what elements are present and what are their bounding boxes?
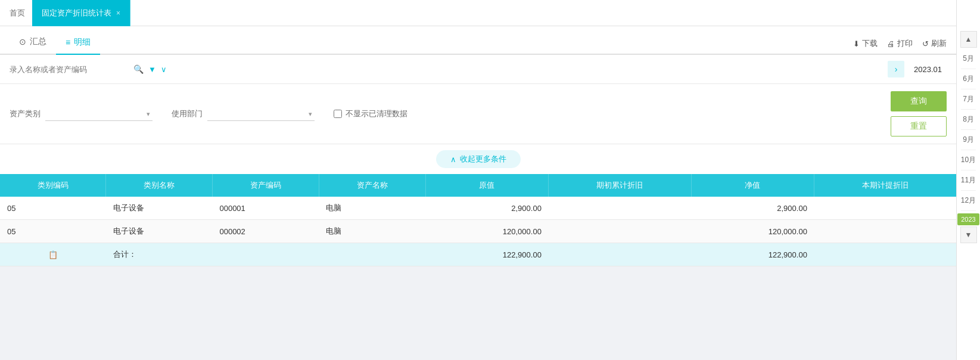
th-original-value: 原值 xyxy=(425,174,549,197)
collapse-btn[interactable]: ∧ 收起更多条件 xyxy=(436,150,521,168)
detail-icon: ≡ xyxy=(66,38,70,47)
nav-arrow-btn[interactable]: › xyxy=(888,61,904,77)
year-badge[interactable]: 2023 xyxy=(957,213,979,225)
dept-select[interactable] xyxy=(207,107,315,121)
sub-tabs: ⊙ 汇总 ≡ 明细 ⬇ 下载 🖨 打印 ↺ 刷新 xyxy=(0,26,956,55)
filter-area: 资产类别 使用部门 不显示已清理数据 xyxy=(0,84,956,144)
download-label: 下载 xyxy=(862,38,878,49)
data-table: 类别编码 类别名称 资产编码 资产名称 原值 期初累计折旧 净值 本期计提折旧 … xyxy=(0,174,956,266)
tab-label: 固定资产折旧统计表 xyxy=(42,8,111,18)
month-item[interactable]: 6月 xyxy=(961,69,976,89)
chevron-down-icon: ∨ xyxy=(161,65,167,74)
refresh-btn[interactable]: ↺ 刷新 xyxy=(922,38,947,49)
dept-label: 使用部门 xyxy=(172,108,203,119)
month-item[interactable]: 12月 xyxy=(961,191,976,211)
month-item[interactable]: 7月 xyxy=(961,89,976,110)
month-item[interactable]: 5月 xyxy=(961,49,976,69)
cell-net-value: 2,900.00 xyxy=(691,197,814,220)
cell-category-code: 05 xyxy=(0,220,106,243)
print-icon: 🖨 xyxy=(887,39,895,48)
th-asset-name: 资产名称 xyxy=(319,174,425,197)
total-net-value: 122,900.00 xyxy=(691,243,814,266)
asset-type-select[interactable] xyxy=(45,107,153,121)
th-current-depreciation: 本期计提折旧 xyxy=(814,174,956,197)
query-btn[interactable]: 查询 xyxy=(891,91,947,111)
th-category-code: 类别编码 xyxy=(0,174,106,197)
collapse-bar: ∧ 收起更多条件 xyxy=(0,144,956,174)
total-row: 📋 合计： 122,900.00 122,900.00 xyxy=(0,243,956,266)
reset-btn[interactable]: 重置 xyxy=(891,116,947,136)
refresh-label: 刷新 xyxy=(931,38,947,49)
cell-current-depreciation xyxy=(814,197,956,220)
th-accum-depreciation: 期初累计折旧 xyxy=(549,174,691,197)
hide-cleared-text: 不显示已清理数据 xyxy=(346,108,407,119)
print-label: 打印 xyxy=(897,38,913,49)
date-label: 2023.01 xyxy=(909,65,947,74)
collapse-icon: ∧ xyxy=(450,155,456,164)
filter-row: 资产类别 使用部门 不显示已清理数据 xyxy=(10,91,947,136)
right-panel: ▲ 5月6月7月8月9月10月11月12月 2023 ▼ xyxy=(956,0,980,266)
th-asset-code: 资产编码 xyxy=(212,174,319,197)
th-net-value: 净值 xyxy=(691,174,814,197)
print-btn[interactable]: 🖨 打印 xyxy=(887,38,913,49)
month-item[interactable]: 10月 xyxy=(961,150,976,170)
download-btn[interactable]: ⬇ 下载 xyxy=(853,38,878,49)
active-tab[interactable]: 固定资产折旧统计表 × xyxy=(32,0,130,26)
cell-current-depreciation xyxy=(814,220,956,243)
total-accum-depreciation xyxy=(549,243,691,266)
cell-original-value: 120,000.00 xyxy=(425,220,549,243)
hide-cleared-checkbox[interactable] xyxy=(334,110,342,118)
refresh-icon: ↺ xyxy=(922,39,929,48)
table-container: 类别编码 类别名称 资产编码 资产名称 原值 期初累计折旧 净值 本期计提折旧 … xyxy=(0,174,956,266)
asset-type-label: 资产类别 xyxy=(10,108,41,119)
search-icon[interactable]: 🔍 xyxy=(133,64,144,74)
total-current-depreciation xyxy=(814,243,956,266)
tab-summary-label: 汇总 xyxy=(30,36,46,47)
tab-detail[interactable]: ≡ 明细 xyxy=(56,31,100,55)
dept-filter: 使用部门 xyxy=(172,107,315,121)
total-label: 合计： xyxy=(106,243,425,266)
table-row: 05 电子设备 000002 电脑 120,000.00 120,000.00 xyxy=(0,220,956,243)
month-list: 5月6月7月8月9月10月11月12月 xyxy=(961,49,976,211)
asset-type-select-wrapper xyxy=(45,107,153,121)
scroll-down-btn[interactable]: ▼ xyxy=(960,226,977,243)
cell-category-code: 05 xyxy=(0,197,106,220)
asset-type-filter: 资产类别 xyxy=(10,107,153,121)
cell-category-name: 电子设备 xyxy=(106,197,213,220)
cell-category-name: 电子设备 xyxy=(106,220,213,243)
hide-cleared-label[interactable]: 不显示已清理数据 xyxy=(334,108,407,119)
cell-accum-depreciation xyxy=(549,220,691,243)
more-filter-btn[interactable]: ▼ ∨ xyxy=(148,65,167,74)
collapse-label: 收起更多条件 xyxy=(460,154,506,165)
search-input[interactable] xyxy=(10,65,129,74)
month-item[interactable]: 9月 xyxy=(961,130,976,150)
download-icon: ⬇ xyxy=(853,39,860,48)
tab-detail-label: 明细 xyxy=(74,37,91,48)
table-row: 05 电子设备 000001 电脑 2,900.00 2,900.00 xyxy=(0,197,956,220)
table-header-row: 类别编码 类别名称 资产编码 资产名称 原值 期初累计折旧 净值 本期计提折旧 xyxy=(0,174,956,197)
toolbar-right: ⬇ 下载 🖨 打印 ↺ 刷新 xyxy=(853,38,947,49)
cell-original-value: 2,900.00 xyxy=(425,197,549,220)
filter-icon: ▼ xyxy=(148,65,156,74)
total-icon: 📋 xyxy=(0,243,106,266)
cell-asset-name: 电脑 xyxy=(319,197,425,220)
search-bar: 🔍 ▼ ∨ › 2023.01 xyxy=(0,55,956,84)
month-item[interactable]: 11月 xyxy=(961,170,976,191)
month-item[interactable]: 8月 xyxy=(961,110,976,130)
summary-icon: ⊙ xyxy=(19,37,26,46)
scroll-up-btn[interactable]: ▲ xyxy=(960,31,977,48)
th-category-name: 类别名称 xyxy=(106,174,213,197)
main-content: ⊙ 汇总 ≡ 明细 ⬇ 下载 🖨 打印 ↺ 刷新 🔍 ▼ xyxy=(0,26,956,266)
top-bar: 首页 固定资产折旧统计表 × ✕ xyxy=(0,0,980,26)
tab-close-btn[interactable]: × xyxy=(116,9,120,17)
dept-select-wrapper xyxy=(207,107,315,121)
cell-asset-name: 电脑 xyxy=(319,220,425,243)
tab-summary[interactable]: ⊙ 汇总 xyxy=(10,30,56,54)
total-original: 122,900.00 xyxy=(425,243,549,266)
cell-accum-depreciation xyxy=(549,197,691,220)
cell-asset-code: 000001 xyxy=(212,197,319,220)
filter-buttons: 查询 重置 xyxy=(891,91,947,136)
home-link[interactable]: 首页 xyxy=(10,8,32,18)
cell-asset-code: 000002 xyxy=(212,220,319,243)
hide-cleared-filter: 不显示已清理数据 xyxy=(334,108,407,119)
